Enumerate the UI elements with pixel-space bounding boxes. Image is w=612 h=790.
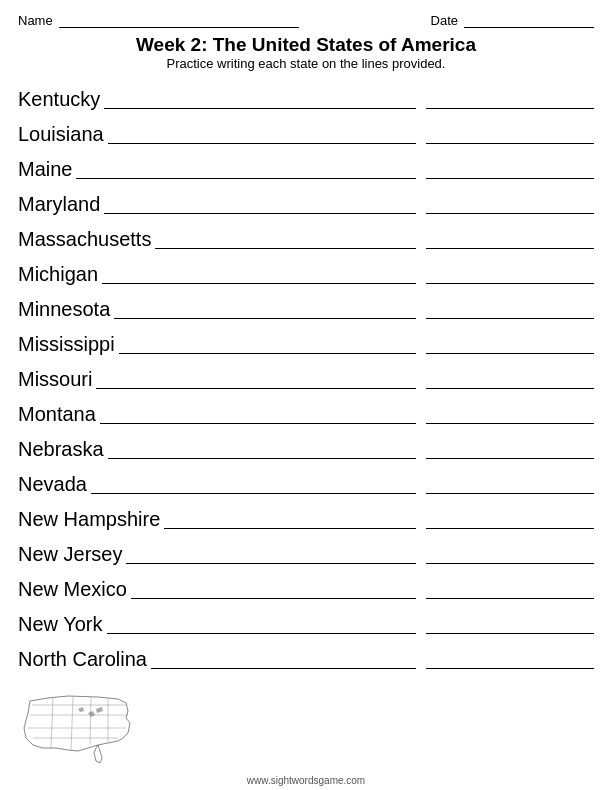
states-section: KentuckyLouisianaMaineMarylandMassachuse…: [18, 79, 594, 673]
state-name: Nevada: [18, 474, 87, 498]
state-name: Nebraska: [18, 439, 104, 463]
write-line-1[interactable]: [104, 91, 416, 109]
write-line-2[interactable]: [426, 546, 594, 564]
write-line-2[interactable]: [426, 161, 594, 179]
name-input-line[interactable]: [59, 12, 299, 28]
page-title: Week 2: The United States of America: [18, 34, 594, 56]
write-line-1[interactable]: [104, 196, 416, 214]
us-map-svg: [18, 693, 138, 768]
state-name: New Hampshire: [18, 509, 160, 533]
write-line-1[interactable]: [102, 266, 416, 284]
svg-line-2: [90, 697, 91, 745]
state-row: Nebraska: [18, 429, 594, 463]
state-name: Maine: [18, 159, 72, 183]
write-line-1[interactable]: [76, 161, 416, 179]
state-name: Massachusetts: [18, 229, 151, 253]
state-row: Maine: [18, 149, 594, 183]
state-name: Louisiana: [18, 124, 104, 148]
write-line-1[interactable]: [108, 441, 416, 459]
write-line-1[interactable]: [91, 476, 416, 494]
state-name: New York: [18, 614, 103, 638]
write-line-2[interactable]: [426, 511, 594, 529]
state-row: Massachusetts: [18, 219, 594, 253]
state-row: Montana: [18, 394, 594, 428]
state-name: Montana: [18, 404, 96, 428]
svg-line-0: [51, 698, 53, 748]
write-line-2[interactable]: [426, 266, 594, 284]
state-name: Minnesota: [18, 299, 110, 323]
state-row: New Mexico: [18, 569, 594, 603]
name-field-row: Name: [18, 12, 299, 28]
write-line-2[interactable]: [426, 336, 594, 354]
state-name: Missouri: [18, 369, 92, 393]
write-line-1[interactable]: [126, 546, 416, 564]
write-line-2[interactable]: [426, 651, 594, 669]
write-line-1[interactable]: [155, 231, 416, 249]
state-row: New Hampshire: [18, 499, 594, 533]
state-row: North Carolina: [18, 639, 594, 673]
state-row: Mississippi: [18, 324, 594, 358]
write-line-1[interactable]: [96, 371, 416, 389]
state-name: Michigan: [18, 264, 98, 288]
write-line-2[interactable]: [426, 616, 594, 634]
state-row: Minnesota: [18, 289, 594, 323]
state-row: Nevada: [18, 464, 594, 498]
state-name: Maryland: [18, 194, 100, 218]
write-line-2[interactable]: [426, 581, 594, 599]
write-line-1[interactable]: [100, 406, 416, 424]
state-row: Missouri: [18, 359, 594, 393]
state-name: New Mexico: [18, 579, 127, 603]
state-name: Mississippi: [18, 334, 115, 358]
top-row: Name Date: [18, 12, 594, 28]
write-line-1[interactable]: [151, 651, 416, 669]
write-line-2[interactable]: [426, 476, 594, 494]
state-name: Kentucky: [18, 89, 100, 113]
state-row: Michigan: [18, 254, 594, 288]
state-name: North Carolina: [18, 649, 147, 673]
write-line-1[interactable]: [131, 581, 416, 599]
state-row: Kentucky: [18, 79, 594, 113]
state-row: Maryland: [18, 184, 594, 218]
footer-url: www.sightwordsgame.com: [247, 775, 365, 786]
state-name: New Jersey: [18, 544, 122, 568]
write-line-2[interactable]: [426, 441, 594, 459]
name-label: Name: [18, 13, 53, 28]
write-line-1[interactable]: [119, 336, 416, 354]
write-line-2[interactable]: [426, 231, 594, 249]
page-subtitle: Practice writing each state on the lines…: [18, 56, 594, 71]
write-line-1[interactable]: [164, 511, 416, 529]
page: Name Date Week 2: The United States of A…: [0, 0, 612, 790]
write-line-2[interactable]: [426, 196, 594, 214]
write-line-2[interactable]: [426, 371, 594, 389]
header-section: Week 2: The United States of America Pra…: [18, 34, 594, 71]
write-line-1[interactable]: [108, 126, 416, 144]
write-line-1[interactable]: [114, 301, 416, 319]
date-input-line[interactable]: [464, 12, 594, 28]
write-line-2[interactable]: [426, 406, 594, 424]
write-line-1[interactable]: [107, 616, 417, 634]
write-line-2[interactable]: [426, 126, 594, 144]
date-label: Date: [431, 13, 458, 28]
state-row: Louisiana: [18, 114, 594, 148]
state-row: New Jersey: [18, 534, 594, 568]
date-field-row: Date: [431, 12, 594, 28]
state-row: New York: [18, 604, 594, 638]
us-map: [18, 693, 138, 768]
write-line-2[interactable]: [426, 301, 594, 319]
write-line-2[interactable]: [426, 91, 594, 109]
